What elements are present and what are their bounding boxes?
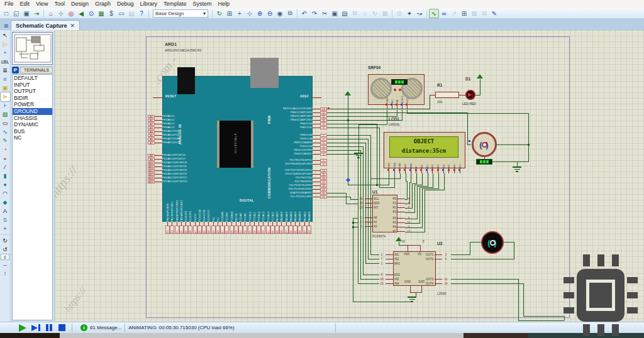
menu-item[interactable]: Template	[160, 0, 190, 8]
redo-icon[interactable]: ↷	[309, 9, 319, 18]
origin-icon[interactable]: +	[235, 9, 245, 18]
wire-label-icon[interactable]: ʟʙʟ	[1, 57, 10, 66]
terminal-list-item[interactable]: BIDIR	[13, 95, 52, 102]
drawing-board-icon[interactable]: ⊹	[56, 9, 66, 18]
terminal-list-item[interactable]: INPUT	[13, 82, 52, 89]
graphics-symbol-icon[interactable]: S	[1, 215, 10, 224]
terminals-mode-icon[interactable]: ⊳	[1, 92, 10, 101]
root-sheet-dropdown[interactable]: Base Design▾	[153, 9, 208, 18]
rotate-cw-icon[interactable]: ↻	[1, 236, 10, 245]
pick-parts-icon[interactable]: ⊙	[394, 9, 404, 18]
terminal-list-item[interactable]: DEFAULT	[13, 75, 52, 82]
tab-schematic-capture[interactable]: Schematic Capture ✕	[11, 20, 80, 30]
block-delete-icon[interactable]: ⊠	[380, 9, 390, 18]
pick-device-icon[interactable]: ▦	[96, 9, 106, 18]
tape-recorder-icon[interactable]: ▭	[1, 119, 10, 128]
undo-icon[interactable]: ↶	[299, 9, 309, 18]
wire-autorouter-icon[interactable]: ∿	[429, 9, 439, 18]
play-button[interactable]	[19, 324, 26, 332]
graphics-path-icon[interactable]: ◆	[1, 198, 10, 207]
design-notes-icon[interactable]: ✎	[489, 9, 499, 18]
rotation-angle-field[interactable]	[1, 254, 9, 260]
zoom-area-icon[interactable]: ⧉	[285, 9, 295, 18]
dc-motor-top[interactable]: ( )	[472, 132, 497, 157]
remove-sheet-icon[interactable]: ⊠	[469, 9, 479, 18]
pan-icon[interactable]: ⊹	[245, 9, 255, 18]
copy-icon[interactable]: ▣	[330, 9, 340, 18]
netlist-icon[interactable]: ▤	[126, 9, 136, 18]
web-search-icon[interactable]: ⊙	[86, 9, 96, 18]
make-device-icon[interactable]: ✦	[404, 9, 414, 18]
paste-icon[interactable]: ▤	[340, 9, 350, 18]
menu-item[interactable]: Library	[136, 0, 160, 8]
new-sheet-icon[interactable]: ⊞	[459, 9, 469, 18]
schematic-wiring[interactable]	[55, 30, 644, 322]
terminal-list-item[interactable]: NC	[13, 134, 52, 141]
resistor-r1[interactable]	[435, 92, 459, 98]
dc-motor-bottom[interactable]: ( )	[481, 231, 504, 254]
menu-item[interactable]: System	[190, 0, 215, 8]
search-tag-icon[interactable]: ∞	[439, 9, 449, 18]
menu-item[interactable]: File	[1, 0, 17, 8]
graphics-circle-icon[interactable]: ●	[1, 180, 10, 189]
terminal-list-item[interactable]: OUTPUT	[13, 88, 52, 95]
instruments-icon[interactable]: ◒	[1, 154, 10, 163]
goto-sheet-icon[interactable]: ⧉	[479, 9, 489, 18]
voltage-probe-icon[interactable]: ✎	[1, 136, 10, 145]
message-count[interactable]: 61 Message...	[90, 325, 121, 330]
device-pins-icon[interactable]: ⊦	[1, 101, 10, 110]
mirror-y-icon[interactable]: ↕	[1, 269, 10, 278]
power-terminal[interactable]	[477, 74, 483, 79]
zoom-in-icon[interactable]: ⊕	[255, 9, 265, 18]
pause-button[interactable]	[46, 324, 52, 331]
graph-mode-icon[interactable]: ▧	[1, 110, 10, 119]
ground-symbol[interactable]	[354, 153, 363, 160]
menu-item[interactable]: Graph	[92, 0, 114, 8]
junction-dot-icon[interactable]: +	[1, 48, 10, 57]
menu-item[interactable]: Debug	[114, 0, 137, 8]
redraw-icon[interactable]: ↻	[214, 9, 225, 18]
step-button[interactable]	[31, 324, 40, 331]
block-copy-icon[interactable]: ⧉	[350, 9, 360, 18]
buses-icon[interactable]: ≡	[1, 75, 10, 84]
schematic-canvas[interactable]: https:// .com - https://	[55, 30, 644, 322]
electrical-report-icon[interactable]: ▭	[116, 9, 126, 18]
power-terminal[interactable]	[396, 237, 402, 241]
subcircuit-icon[interactable]: ▣	[1, 84, 10, 92]
block-rotate-icon[interactable]: ↻	[370, 9, 380, 18]
home-page-icon[interactable]: ⌂	[46, 9, 56, 18]
text-script-icon[interactable]: ≣	[1, 66, 10, 75]
pick-terminals-button[interactable]: P	[12, 67, 19, 74]
block-move-icon[interactable]: ⊹	[360, 9, 370, 18]
help-icon[interactable]: ?	[136, 9, 147, 18]
selection-mode-icon[interactable]: ↖	[1, 31, 10, 40]
zoom-all-icon[interactable]: ◉	[275, 9, 285, 18]
packaging-tool-icon[interactable]: ↝	[414, 9, 425, 18]
terminal-list-item[interactable]: BUS	[13, 128, 52, 135]
menu-item[interactable]: Help	[215, 0, 233, 8]
terminal-list-item[interactable]: CHASSIS	[13, 115, 52, 122]
menu-item[interactable]: Edit	[17, 0, 33, 8]
graphics-arc-icon[interactable]: ◠	[1, 189, 10, 198]
menu-item[interactable]: View	[33, 0, 51, 8]
property-assignment-icon[interactable]: ↗	[449, 9, 459, 18]
terminal-list-item[interactable]: DYNAMIC	[13, 121, 52, 128]
close-tab-icon[interactable]: ✕	[70, 23, 75, 29]
generator-mode-icon[interactable]: ∿	[1, 128, 10, 136]
terminal-list-item[interactable]: GROUND	[13, 108, 52, 115]
save-design-icon[interactable]: ▣	[21, 9, 31, 18]
graphics-line-icon[interactable]: ∕	[1, 163, 10, 172]
open-design-icon[interactable]: ◱	[11, 9, 21, 18]
graphics-box-icon[interactable]: ▮	[1, 172, 10, 180]
goto-parent-icon[interactable]: ◀	[76, 9, 86, 18]
graphics-marker-icon[interactable]: +	[1, 224, 10, 233]
zoom-out-icon[interactable]: ⊖	[265, 9, 275, 18]
stop-button[interactable]	[58, 324, 65, 331]
graphics-text-icon[interactable]: A	[1, 207, 10, 215]
menu-item[interactable]: Design	[68, 0, 92, 8]
center-sheet-icon[interactable]: ◎	[66, 9, 76, 18]
cut-icon[interactable]: ✂	[319, 9, 330, 18]
ground-symbol[interactable]	[408, 297, 416, 303]
terminal-list-item[interactable]: POWER	[13, 101, 52, 108]
led-d1[interactable]: ▶|	[465, 90, 475, 100]
